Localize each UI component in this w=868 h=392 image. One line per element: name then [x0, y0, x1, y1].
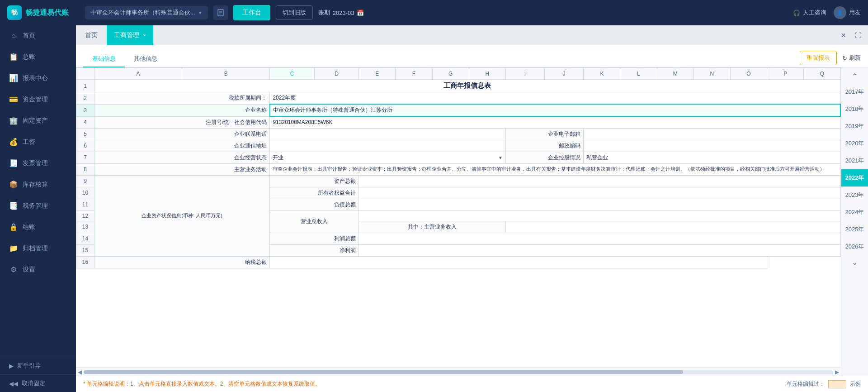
address-value-cell[interactable] — [270, 140, 505, 152]
sidebar-item-label: 结账 — [23, 223, 35, 231]
calendar-icon[interactable]: 📅 — [357, 10, 364, 16]
table-row: 6 企业通信地址 邮政编码 — [76, 140, 841, 152]
regnum-value-cell[interactable]: 91320100MA208E5W6K — [270, 116, 840, 128]
period-value-cell[interactable]: 2022年度 — [270, 92, 840, 105]
status-dropdown-value: 开业 — [273, 154, 283, 162]
expand-button[interactable]: ⛶ — [852, 29, 864, 42]
row-number: 4 — [76, 116, 94, 128]
company-selector[interactable]: 中审众环会计师事务所（特殊普通合伙... ▼ — [85, 6, 208, 19]
year-2019[interactable]: 2019年 — [841, 118, 868, 135]
unpin[interactable]: ◀◀ 取消固定 — [0, 374, 76, 392]
sidebar-item-tax[interactable]: 📑 税务管理 — [0, 195, 76, 216]
year-2022[interactable]: 2022年 — [841, 169, 868, 186]
year-2023[interactable]: 2023年 — [841, 186, 868, 204]
unpin-icon: ◀◀ — [9, 380, 18, 387]
sidebar: ⌂ 首页 📋 总账 📊 报表中心 💳 资金管理 🏢 固定资产 💰 工资 🧾 发票… — [0, 25, 76, 392]
year-2026[interactable]: 2026年 — [841, 238, 868, 255]
regnum-label-cell: 注册号/统一社会信用代码 — [94, 116, 270, 128]
profit-value[interactable] — [359, 233, 840, 244]
sidebar-item-close[interactable]: 🔒 结账 — [0, 216, 76, 238]
sidebar-item-report[interactable]: 📊 报表中心 — [0, 67, 76, 89]
row-number: 16 — [76, 256, 94, 268]
row-number: 8 — [76, 163, 94, 175]
net-profit-value[interactable] — [359, 244, 840, 256]
revenue-value[interactable] — [359, 210, 840, 221]
sidebar-item-asset[interactable]: 🏢 固定资产 — [0, 110, 76, 131]
period-value: 2023-03 — [333, 10, 354, 16]
email-label-cell: 企业电子邮箱 — [505, 128, 583, 140]
year-scroll-down-icon[interactable]: ⌄ — [852, 255, 858, 269]
ai-consult[interactable]: 🎧 人工咨询 — [793, 9, 826, 17]
horizontal-scrollbar[interactable]: ◀ ▶ — [76, 368, 841, 376]
avatar: 👤 — [834, 6, 846, 19]
company-name-cell[interactable]: 中审众环会计师事务所（特殊普通合伙）江苏分所 — [270, 104, 840, 116]
scroll-left-icon[interactable]: ◀ — [78, 369, 82, 375]
table-row: 1 工商年报信息表 — [76, 80, 841, 92]
subtab-bar: 基础信息 其他信息 重置报表 ↻ 刷新 — [76, 45, 868, 67]
sidebar-item-label: 工资 — [23, 138, 35, 146]
main-revenue-value[interactable] — [505, 221, 840, 233]
inventory-icon: 📦 — [9, 180, 18, 189]
switch-version-button[interactable]: 切到旧版 — [276, 5, 313, 20]
total-assets-value[interactable] — [359, 175, 840, 187]
user-area[interactable]: 👤 用友 — [834, 6, 861, 19]
example-cell — [828, 380, 846, 388]
new-guide[interactable]: ▶ 新手引导 — [0, 357, 76, 374]
toolbar-right: 重置报表 ↻ 刷新 — [800, 51, 861, 67]
year-2017[interactable]: 2017年 — [841, 83, 868, 100]
user-name: 用友 — [849, 9, 861, 17]
sidebar-item-settings[interactable]: ⚙ 设置 — [0, 259, 76, 280]
sidebar-item-invoice[interactable]: 🧾 发票管理 — [0, 153, 76, 174]
equity-value[interactable] — [359, 187, 840, 199]
year-2025[interactable]: 2025年 — [841, 221, 868, 238]
year-scroll-up-icon[interactable]: ⌃ — [852, 69, 858, 83]
salary-icon: 💰 — [9, 138, 18, 146]
year-2018[interactable]: 2018年 — [841, 100, 868, 118]
liabilities-value[interactable] — [359, 199, 840, 210]
document-icon[interactable] — [213, 5, 228, 20]
tab-active[interactable]: 工商管理 × — [107, 25, 153, 45]
table-row: 2 税款所属期间： 2022年度 — [76, 92, 841, 105]
business-value-cell[interactable]: 审查企业会计报表；出具审计报告；验证企业资本；出具验资报告；办理企业合并、分立、… — [270, 163, 840, 175]
tax-total-value[interactable] — [270, 256, 767, 268]
ai-label: 人工咨询 — [803, 9, 826, 17]
tab-controls: ✕ ⛶ — [837, 29, 868, 42]
postcode-value-cell[interactable] — [584, 140, 840, 152]
net-profit-label: 净利润 — [270, 244, 359, 256]
address-label-cell: 企业通信地址 — [94, 140, 270, 152]
reset-report-button[interactable]: 重置报表 — [800, 51, 837, 65]
sidebar-item-home[interactable]: ⌂ 首页 — [0, 25, 76, 46]
table-row: 8 主营业务活动 审查企业会计报表；出具审计报告；验证企业资本；出具验资报告；办… — [76, 163, 841, 175]
col-header-l: L — [620, 68, 657, 80]
scroll-track[interactable] — [84, 370, 833, 374]
sidebar-item-inventory[interactable]: 📦 库存核算 — [0, 174, 76, 195]
equity-label: 所有者权益合计 — [270, 187, 359, 199]
year-2021[interactable]: 2021年 — [841, 152, 868, 169]
sidebar-item-fund[interactable]: 💳 资金管理 — [0, 89, 76, 110]
subtab-other[interactable]: 其他信息 — [125, 51, 166, 67]
scroll-thumb[interactable] — [84, 370, 683, 374]
scroll-right-icon[interactable]: ▶ — [835, 369, 839, 375]
subtab-basic[interactable]: 基础信息 — [83, 51, 125, 67]
tab-home[interactable]: 首页 — [76, 25, 107, 45]
holding-value-cell[interactable]: 私营企业 — [584, 152, 840, 163]
year-2024[interactable]: 2024年 — [841, 204, 868, 221]
sidebar-item-label: 资金管理 — [23, 96, 48, 104]
spreadsheet-table: A B C D E F G H I J K L — [76, 67, 841, 268]
col-header-n: N — [693, 68, 730, 80]
phone-value-cell[interactable] — [270, 128, 505, 140]
refresh-button[interactable]: ↻ 刷新 — [842, 54, 861, 62]
workbench-button[interactable]: 工作台 — [233, 5, 270, 20]
sidebar-item-archive[interactable]: 📁 归档管理 — [0, 238, 76, 259]
tabbar: 首页 工商管理 × ✕ ⛶ — [76, 25, 868, 45]
tab-close-icon[interactable]: × — [143, 32, 146, 38]
col-header-i: I — [505, 68, 544, 80]
year-2020[interactable]: 2020年 — [841, 135, 868, 152]
table-row: 4 注册号/统一社会信用代码 91320100MA208E5W6K — [76, 116, 841, 128]
sidebar-item-salary[interactable]: 💰 工资 — [0, 131, 76, 153]
email-value-cell[interactable] — [584, 128, 840, 140]
status-value-cell[interactable]: 开业 ▼ — [270, 152, 505, 163]
close-button[interactable]: ✕ — [837, 29, 850, 42]
spreadsheet-container[interactable]: A B C D E F G H I J K L — [76, 67, 841, 368]
sidebar-item-ledger[interactable]: 📋 总账 — [0, 46, 76, 67]
